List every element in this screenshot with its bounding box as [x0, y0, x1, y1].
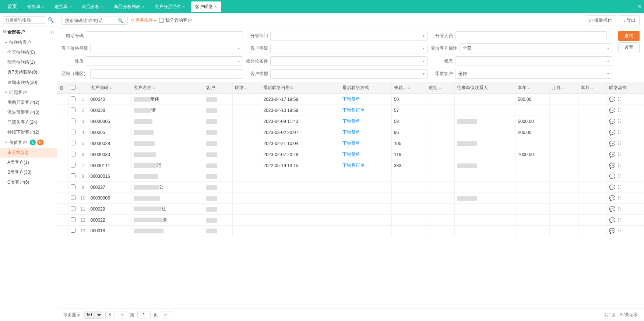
last-contact-method-cell[interactable]: 下销货单 — [340, 138, 391, 149]
scatter-attr-select[interactable]: 全部▾ — [460, 43, 612, 53]
reset-button[interactable]: 设置 — [618, 42, 640, 53]
sidebar-item-class-a[interactable]: A类客户(1) — [0, 158, 57, 167]
last-contact-method-cell[interactable] — [340, 215, 391, 226]
checkbox-cell[interactable] — [68, 116, 78, 127]
chat-icon[interactable]: 💬 — [609, 184, 615, 190]
last-contact-method-cell[interactable]: 下销售订单 — [340, 105, 391, 116]
last-contact-method-cell[interactable]: 下销货单 — [340, 94, 391, 105]
row-checkbox[interactable] — [71, 130, 75, 134]
last-contact-method-link[interactable]: 下销货单 — [342, 119, 360, 124]
nature-select[interactable]: ▾ — [86, 56, 243, 66]
qr-icon[interactable]: ⠿ — [617, 152, 621, 158]
qr-icon[interactable]: ⠿ — [617, 141, 621, 147]
last-contact-sort[interactable]: 最后联络日期 ⇅ — [263, 85, 293, 91]
window-close-button[interactable]: × — [638, 3, 641, 10]
refresh-icon[interactable]: ↻ — [30, 140, 36, 145]
nav-tab-product-list[interactable]: 商品分析列表 × — [109, 1, 148, 12]
scatter-select[interactable]: 全部▾ — [455, 69, 612, 79]
sidebar-item-churn-warning[interactable]: 流失预警客户(3) — [0, 107, 57, 117]
qr-icon[interactable]: ⠿ — [617, 130, 621, 135]
chat-icon[interactable]: 💬 — [609, 107, 615, 113]
last-contact-method-link[interactable]: 下销货单 — [342, 96, 360, 102]
settings-col-header[interactable]: ⚙ — [57, 82, 68, 94]
last-contact-method-cell[interactable] — [340, 182, 391, 193]
home-tab[interactable]: 首页 — [3, 3, 21, 10]
select-all-checkbox[interactable] — [71, 85, 75, 90]
filter-search-icon[interactable]: 🔍 — [118, 18, 123, 23]
code-sort[interactable]: 客户编码 ⇅ — [91, 85, 112, 91]
checkbox-cell[interactable] — [68, 149, 78, 160]
last-contact-method-link[interactable]: 下销货单 — [342, 152, 360, 157]
qr-icon[interactable]: ⠿ — [617, 96, 621, 102]
last-contact-method-cell[interactable]: 下销货单 — [340, 149, 391, 160]
checkbox-cell[interactable] — [68, 94, 78, 105]
close-customer-tier-tab[interactable]: × — [183, 4, 185, 9]
dept-select[interactable]: ▾ — [270, 31, 427, 40]
sidebar-item-ungraded[interactable]: 未分组(32) — [0, 148, 57, 158]
manager-input[interactable] — [455, 31, 607, 40]
chat-icon[interactable]: 💬 — [609, 195, 615, 201]
qr-icon[interactable]: ⠿ — [617, 163, 621, 169]
sidebar-item-overdue-pending[interactable]: 逾期未联络(30) — [0, 78, 57, 88]
sidebar-item-churned[interactable]: 已流失客户(24) — [0, 117, 57, 127]
qr-icon[interactable]: ⠿ — [617, 217, 621, 223]
row-checkbox[interactable] — [71, 206, 75, 211]
page-input[interactable] — [137, 311, 151, 318]
payment-select[interactable]: ▾ — [270, 56, 427, 66]
last-contact-method-link[interactable]: 下销货单 — [342, 130, 360, 135]
export-button[interactable]: ↓ 导出 — [619, 15, 640, 25]
chat-icon[interactable]: 💬 — [609, 141, 615, 147]
name-sort[interactable]: 客户名称 ⇅ — [134, 85, 155, 91]
checkbox-cell[interactable] — [68, 182, 78, 193]
cust-tier-select[interactable]: ▾ — [270, 44, 427, 53]
row-checkbox[interactable] — [71, 141, 75, 145]
row-checkbox[interactable] — [71, 96, 75, 101]
query-button[interactable]: 查询 — [618, 31, 640, 41]
checkbox-cell[interactable] — [68, 204, 78, 215]
last-contact-method-link[interactable]: 下销售订单 — [342, 163, 365, 168]
prev-page-button[interactable]: < — [118, 311, 127, 318]
qr-icon[interactable]: ⠿ — [617, 228, 621, 234]
row-checkbox[interactable] — [71, 119, 75, 123]
sidebar-group-value[interactable]: ▼ 价值客户 ↻ R — [0, 138, 57, 148]
checkbox-cell[interactable] — [68, 171, 78, 182]
checkbox-cell[interactable] — [68, 226, 78, 236]
filter-more-conditions[interactable]: ▽ 更多条件 ▾ — [131, 17, 156, 24]
row-checkbox[interactable] — [71, 184, 75, 189]
checkbox-cell[interactable] — [68, 127, 78, 138]
sidebar-search-input[interactable] — [3, 16, 46, 24]
sidebar-item-today-pending[interactable]: 今天待联络(0) — [0, 47, 57, 57]
row-checkbox[interactable] — [71, 152, 75, 156]
chat-icon[interactable]: 💬 — [609, 217, 615, 223]
nav-tab-purchase[interactable]: 进货单 × — [50, 1, 76, 12]
sidebar-item-tomorrow-pending[interactable]: 明天待联络(1) — [0, 57, 57, 67]
last-contact-method-cell[interactable] — [340, 171, 391, 182]
status-select[interactable]: ▾ — [455, 56, 612, 66]
qr-icon[interactable]: ⠿ — [617, 184, 621, 190]
sidebar-group-problem[interactable]: ▼ 问题客户 — [0, 88, 57, 98]
checkbox-cell[interactable] — [68, 160, 78, 171]
last-contact-method-link[interactable]: 下销售订单 — [342, 107, 365, 113]
row-checkbox[interactable] — [71, 217, 75, 222]
chat-icon[interactable]: 💬 — [609, 228, 615, 234]
qr-icon[interactable]: ⠿ — [617, 173, 621, 179]
qr-icon[interactable]: ⠿ — [617, 119, 621, 124]
row-checkbox[interactable] — [71, 195, 75, 200]
nav-tab-customer-tier[interactable]: 客户分层经客 × — [150, 1, 189, 12]
chat-icon[interactable]: 💬 — [609, 163, 615, 169]
qr-icon[interactable]: ⠿ — [617, 195, 621, 201]
last-contact-method-cell[interactable] — [340, 193, 391, 204]
cust-type-select[interactable]: ▾ — [270, 69, 427, 79]
sidebar-item-class-c[interactable]: C类客户(6) — [0, 177, 57, 187]
chat-icon[interactable]: 💬 — [609, 96, 615, 102]
close-product-analysis-tab[interactable]: × — [101, 4, 103, 9]
checkbox-cell[interactable] — [68, 138, 78, 149]
nav-tab-customer-contact[interactable]: 客户联络 × — [191, 1, 221, 12]
close-customer-contact-tab[interactable]: × — [214, 4, 217, 9]
nav-tab-product-analysis[interactable]: 商品分析 × — [78, 1, 108, 12]
region-select[interactable]: ··· — [90, 69, 243, 79]
sidebar-item-7day-pending[interactable]: 近7天待联络(0) — [0, 67, 57, 77]
close-purchase-tab[interactable]: × — [69, 4, 71, 9]
sidebar-search-icon[interactable]: 🔍 — [47, 17, 54, 23]
checkbox-cell[interactable] — [68, 193, 78, 204]
